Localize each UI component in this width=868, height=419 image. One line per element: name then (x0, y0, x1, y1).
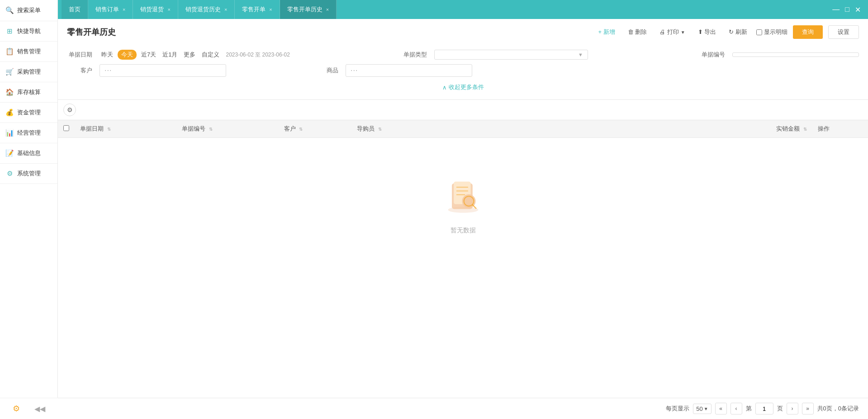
content-header: 零售开单历史 + 新增 🗑 删除 🖨 打印 ▼ ⬆ 导出 ↻ 刷新 (58, 19, 868, 100)
th-number[interactable]: 单据编号 ⇅ (176, 120, 278, 138)
date-opt-custom[interactable]: 自定义 (200, 50, 221, 60)
tab-retail-open[interactable]: 零售开单 × (235, 0, 280, 19)
query-button[interactable]: 查询 (793, 25, 823, 39)
tab-sales-return-close[interactable]: × (167, 7, 170, 12)
last-page-button[interactable]: » (802, 403, 814, 414)
tab-sales-return-history[interactable]: 销货退货历史 × (178, 0, 235, 19)
add-button[interactable]: + 新增 (594, 26, 618, 38)
select-all-th[interactable] (58, 120, 75, 138)
select-all-checkbox[interactable] (63, 125, 69, 131)
pagination: 每页显示 50 ▼ « ‹ 第 页 › » 共0页，0条记录 (58, 398, 868, 419)
export-button[interactable]: ⬆ 导出 (694, 26, 720, 38)
sidebar-item-label: 经营管理 (17, 129, 41, 137)
tab-sales-order[interactable]: 销售订单 × (88, 0, 133, 19)
print-dropdown-icon[interactable]: ▼ (681, 30, 685, 35)
th-customer-sort: ⇅ (299, 127, 303, 132)
quick-nav-icon: ⊞ (5, 27, 14, 35)
tab-sales-return[interactable]: 销货退货 × (133, 0, 178, 19)
print-button[interactable]: 🖨 打印 ▼ (656, 26, 689, 38)
empty-text: 暂无数据 (451, 226, 476, 235)
tab-home[interactable]: 首页 (62, 0, 88, 19)
next-page-icon: › (792, 405, 793, 412)
window-controls: — □ ✕ (832, 5, 864, 14)
sidebar-item-sales-mgmt[interactable]: 📋 销售管理 (0, 42, 57, 62)
sidebar-item-inventory[interactable]: 🏠 库存核算 (0, 82, 57, 103)
th-date[interactable]: 单据日期 ⇅ (75, 120, 176, 138)
per-page-label: 每页显示 (666, 405, 689, 413)
tab-sales-order-close[interactable]: × (123, 7, 125, 12)
sidebar-item-quick-nav[interactable]: ⊞ 快捷导航 (0, 21, 57, 42)
display-detail-toggle[interactable]: 显示明细 (756, 28, 787, 36)
next-page-button[interactable]: › (787, 403, 798, 414)
per-page-select[interactable]: 50 ▼ (693, 404, 711, 414)
inventory-icon: 🏠 (5, 88, 14, 96)
toolbar: + 新增 🗑 删除 🖨 打印 ▼ ⬆ 导出 ↻ 刷新 显示明细 (594, 25, 859, 39)
refresh-label: ↻ 刷新 (729, 28, 747, 36)
tab-retail-open-history-close[interactable]: × (326, 7, 329, 12)
tab-retail-open-label: 零售开单 (242, 5, 266, 14)
customer-filter-input[interactable]: ··· (100, 64, 226, 77)
tab-sales-return-history-close[interactable]: × (224, 7, 227, 12)
first-page-button[interactable]: « (715, 403, 727, 414)
th-date-sort: ⇅ (107, 127, 111, 132)
prev-page-button[interactable]: ‹ (730, 403, 742, 414)
sidebar-item-purchase-mgmt[interactable]: 🛒 采购管理 (0, 62, 57, 82)
page-total: 共0页，0条记录 (817, 405, 859, 413)
setting-button[interactable]: 设置 (828, 25, 859, 39)
type-filter-select[interactable]: ▼ (434, 50, 588, 60)
add-label: + 新增 (598, 28, 615, 36)
date-opt-today[interactable]: 今天 (118, 50, 137, 60)
minimize-icon[interactable]: — (832, 5, 840, 14)
table-header-row: 单据日期 ⇅ 单据编号 ⇅ 客户 ⇅ 导购员 ⇅ (58, 120, 868, 138)
th-amount[interactable]: 实销金额 ⇅ (711, 120, 812, 138)
table-toolbar: ⚙ (58, 100, 868, 120)
tab-retail-open-history[interactable]: 零售开单历史 × (280, 0, 337, 19)
empty-illustration (441, 174, 486, 219)
sidebar-bottom: ⚙ ◀◀ (0, 398, 58, 419)
date-opt-yesterday[interactable]: 昨天 (100, 50, 115, 60)
sidebar-item-system-mgmt[interactable]: ⚙ 系统管理 (0, 164, 57, 184)
filter-row-customer: 客户 ··· 商品 ··· (67, 64, 859, 77)
goods-filter-input[interactable]: ··· (346, 64, 472, 77)
date-opt-1month[interactable]: 近1月 (161, 50, 179, 60)
close-window-icon[interactable]: ✕ (855, 5, 861, 14)
table-body: 暂无数据 (58, 138, 868, 262)
last-page-icon: » (806, 405, 809, 412)
sidebar-item-base-info[interactable]: 📝 基础信息 (0, 143, 57, 164)
per-page-dropdown-icon: ▼ (704, 406, 708, 411)
collapse-filter-row[interactable]: ∧ 收起更多条件 (67, 81, 859, 95)
sidebar: 🔍 搜索采单 ⊞ 快捷导航 📋 销售管理 🛒 采购管理 🏠 库存核算 💰 资金管… (0, 0, 58, 419)
search-icon: 🔍 (5, 6, 14, 14)
table-gear-icon: ⚙ (67, 106, 73, 113)
print-label: 🖨 打印 (659, 28, 679, 36)
sidebar-item-finance[interactable]: 💰 资金管理 (0, 103, 57, 123)
th-guide[interactable]: 导购员 ⇅ (351, 120, 439, 138)
sidebar-item-operations[interactable]: 📊 经营管理 (0, 123, 57, 143)
tab-sales-return-label: 销货退货 (140, 5, 164, 14)
th-number-sort: ⇅ (209, 127, 213, 132)
settings-bottom-icon[interactable]: ⚙ (13, 404, 20, 414)
collapse-sidebar-icon[interactable]: ◀◀ (34, 405, 45, 413)
type-dropdown-icon: ▼ (578, 52, 583, 57)
filter-area: 单据日期 昨天 今天 近7天 近1月 更多 自定义 2023-06-02 至 2… (67, 45, 859, 99)
delete-button[interactable]: 🗑 删除 (624, 26, 651, 38)
display-detail-checkbox[interactable] (756, 29, 762, 35)
per-page-value: 50 (696, 405, 702, 412)
th-amount-sort: ⇅ (803, 127, 807, 132)
customer-dots: ··· (104, 66, 112, 75)
tab-retail-open-close[interactable]: × (269, 7, 272, 12)
refresh-button[interactable]: ↻ 刷新 (725, 26, 751, 38)
page-number-input[interactable] (755, 403, 773, 414)
export-label: ⬆ 导出 (698, 28, 716, 36)
number-filter-input[interactable] (732, 52, 859, 57)
th-customer[interactable]: 客户 ⇅ (279, 120, 351, 138)
sidebar-item-label: 采购管理 (17, 68, 41, 76)
data-table: 单据日期 ⇅ 单据编号 ⇅ 客户 ⇅ 导购员 ⇅ (58, 120, 868, 262)
empty-area: 暂无数据 (58, 138, 868, 262)
table-settings-button[interactable]: ⚙ (63, 104, 76, 116)
date-opt-more[interactable]: 更多 (182, 50, 197, 60)
delete-label: 🗑 删除 (628, 28, 647, 36)
date-opt-7days[interactable]: 近7天 (139, 50, 158, 60)
maximize-icon[interactable]: □ (845, 5, 849, 14)
sidebar-search[interactable]: 🔍 搜索采单 (0, 0, 57, 21)
